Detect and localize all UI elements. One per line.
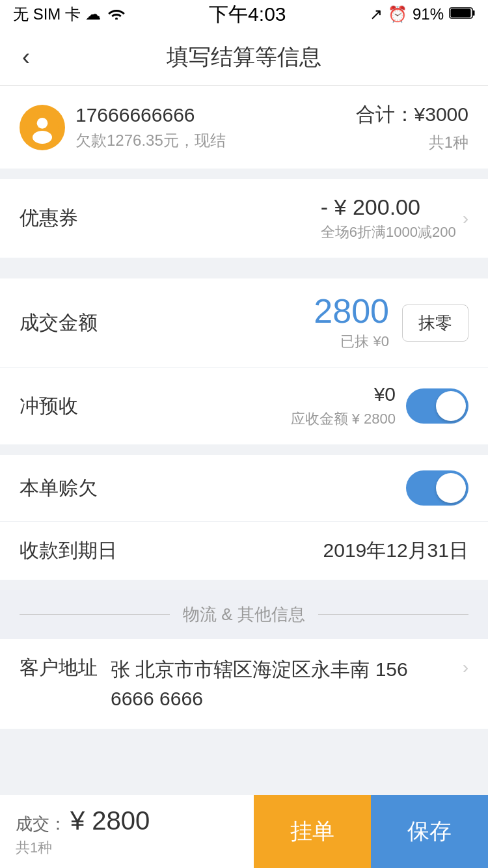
page-title: 填写结算等信息 bbox=[167, 42, 321, 72]
bottom-deal-amount: ¥ 2800 bbox=[70, 806, 150, 835]
advance-right: ¥0 应收金额 ¥ 2800 bbox=[291, 383, 468, 429]
address-label: 客户地址 bbox=[20, 655, 98, 681]
sim-label: 无 SIM 卡 ☁ bbox=[13, 4, 101, 25]
logistics-divider: 物流 & 其他信息 bbox=[0, 590, 488, 639]
nav-bar: ‹ 填写结算等信息 bbox=[0, 29, 488, 86]
back-button[interactable]: ‹ bbox=[16, 37, 36, 77]
save-button[interactable]: 保存 bbox=[371, 795, 488, 868]
deal-amount-label: 成交金额 bbox=[20, 310, 98, 336]
customer-phone: 17666666666 bbox=[75, 104, 226, 126]
bottom-deal-label: 成交： bbox=[16, 813, 66, 835]
address-row[interactable]: 客户地址 张 北京市市辖区海淀区永丰南 156 6666 6666 › bbox=[0, 639, 488, 729]
location-icon: ↗ bbox=[370, 5, 383, 23]
svg-point-6 bbox=[33, 131, 52, 144]
due-date-label: 收款到期日 bbox=[20, 537, 117, 564]
advance-amounts: ¥0 应收金额 ¥ 2800 bbox=[291, 383, 396, 429]
section-divider-1 bbox=[0, 268, 488, 278]
advance-row: 冲预收 ¥0 应收金额 ¥ 2800 bbox=[0, 368, 488, 444]
deferred-toggle[interactable] bbox=[406, 470, 468, 506]
logistics-label: 物流 & 其他信息 bbox=[183, 603, 305, 626]
status-bar: 无 SIM 卡 ☁ 下午4:03 ↗ ⏰ 91% bbox=[0, 0, 488, 29]
bottom-deal-line: 成交： ¥ 2800 bbox=[16, 806, 238, 835]
toggle-thumb bbox=[436, 391, 466, 421]
bottom-info: 成交： ¥ 2800 共1种 bbox=[0, 806, 254, 858]
status-left: 无 SIM 卡 ☁ bbox=[13, 4, 126, 25]
customer-details: 17666666666 欠款1276.35元，现结 bbox=[75, 104, 226, 151]
advance-label: 冲预收 bbox=[20, 393, 78, 420]
form-section-2: 本单赊欠 收款到期日 2019年12月31日 bbox=[0, 455, 488, 580]
total-amount: 合计：¥3000 bbox=[356, 102, 468, 128]
divider-line-right bbox=[318, 614, 468, 615]
coupon-discount: - ¥ 200.00 bbox=[321, 195, 456, 220]
customer-card: 17666666666 欠款1276.35元，现结 合计：¥3000 共1种 bbox=[0, 86, 488, 169]
coupon-right: - ¥ 200.00 全场6折满1000减200 › bbox=[321, 195, 468, 242]
deal-amount-sub: 已抹 ¥0 bbox=[340, 332, 389, 351]
svg-point-0 bbox=[115, 18, 118, 20]
chevron-right-icon: › bbox=[463, 208, 468, 229]
due-date-row: 收款到期日 2019年12月31日 bbox=[0, 522, 488, 580]
svg-rect-2 bbox=[472, 10, 474, 16]
hold-button[interactable]: 挂单 bbox=[254, 795, 371, 868]
deferred-toggle-thumb bbox=[436, 473, 466, 503]
coupon-label: 优惠券 bbox=[20, 205, 78, 232]
deferred-row: 本单赊欠 bbox=[0, 455, 488, 522]
section-divider-2 bbox=[0, 444, 488, 455]
divider-line-left bbox=[20, 614, 170, 615]
customer-debt: 欠款1276.35元，现结 bbox=[75, 130, 226, 151]
deal-amount-value: 2800 bbox=[314, 294, 389, 328]
due-date-value: 2019年12月31日 bbox=[323, 537, 468, 564]
coupon-desc: 全场6折满1000减200 bbox=[321, 223, 456, 242]
form-section-1: 成交金额 2800 已抹 ¥0 抹零 冲预收 ¥0 应收金额 ¥ 2800 bbox=[0, 278, 488, 444]
svg-point-5 bbox=[37, 118, 48, 129]
coupon-row[interactable]: 优惠券 - ¥ 200.00 全场6折满1000减200 › bbox=[0, 179, 488, 258]
receivable-amount: 应收金额 ¥ 2800 bbox=[291, 409, 396, 429]
wifi-icon bbox=[107, 5, 126, 23]
deal-amount-value-area: 2800 已抹 ¥0 抹零 bbox=[314, 294, 468, 351]
battery-percent: 91% bbox=[413, 5, 444, 23]
bottom-count: 共1种 bbox=[16, 838, 238, 858]
svg-rect-3 bbox=[450, 9, 470, 18]
deal-amount-right: 2800 已抹 ¥0 bbox=[314, 294, 389, 351]
advance-amount: ¥0 bbox=[374, 383, 396, 405]
status-right: ↗ ⏰ 91% bbox=[370, 5, 475, 23]
round-down-button[interactable]: 抹零 bbox=[402, 305, 468, 342]
total-count: 共1种 bbox=[356, 132, 468, 153]
advance-toggle[interactable] bbox=[406, 388, 468, 424]
address-chevron-icon: › bbox=[463, 657, 468, 678]
deferred-label: 本单赊欠 bbox=[20, 475, 98, 502]
status-time: 下午4:03 bbox=[209, 1, 286, 28]
battery-icon bbox=[449, 5, 475, 23]
bottom-bar: 成交： ¥ 2800 共1种 挂单 保存 bbox=[0, 795, 488, 868]
customer-total: 合计：¥3000 共1种 bbox=[356, 102, 468, 153]
deal-amount-row: 成交金额 2800 已抹 ¥0 抹零 bbox=[0, 278, 488, 368]
section-divider-3 bbox=[0, 580, 488, 590]
customer-info-left: 17666666666 欠款1276.35元，现结 bbox=[20, 104, 226, 151]
address-value: 张 北京市市辖区海淀区永丰南 156 6666 6666 bbox=[111, 655, 450, 713]
avatar bbox=[20, 105, 65, 150]
alarm-icon: ⏰ bbox=[388, 5, 407, 23]
